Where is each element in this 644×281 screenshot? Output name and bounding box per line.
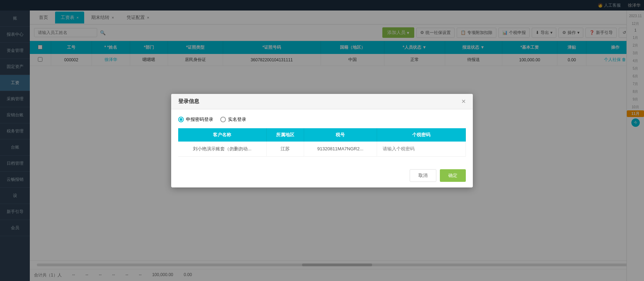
radio-realname-dot bbox=[220, 117, 226, 122]
login-info-dialog: 登录信息 ✕ 申报密码登录 实名登录 客户名称 bbox=[171, 94, 473, 187]
col-client-name: 客户名称 bbox=[178, 128, 266, 142]
radio-realname-label: 实名登录 bbox=[228, 116, 246, 123]
dialog-table-header: 客户名称 所属地区 税号 个税密码 bbox=[178, 128, 466, 142]
password-input-cell[interactable] bbox=[377, 142, 466, 157]
col-tax-password: 个税密码 bbox=[377, 128, 466, 142]
radio-group: 申报密码登录 实名登录 bbox=[178, 116, 466, 123]
dialog-close-button[interactable]: ✕ bbox=[461, 98, 466, 105]
tax-password-input[interactable] bbox=[383, 146, 460, 151]
radio-realname-login[interactable]: 实名登录 bbox=[220, 116, 246, 123]
dialog-table-row: 刘小艳演示账套（勿删勿动... 江苏 91320811MA7NGR2... bbox=[178, 142, 466, 157]
cancel-button[interactable]: 取消 bbox=[410, 169, 436, 182]
dialog-footer: 取消 确定 bbox=[171, 164, 473, 187]
modal-overlay: 登录信息 ✕ 申报密码登录 实名登录 客户名称 bbox=[0, 0, 644, 281]
col-tax-number: 税号 bbox=[304, 128, 377, 142]
dialog-table: 客户名称 所属地区 税号 个税密码 刘小艳演示账套（勿删勿动... 江苏 913… bbox=[178, 128, 466, 157]
dialog-title: 登录信息 bbox=[178, 98, 199, 105]
region-cell: 江苏 bbox=[266, 142, 304, 157]
tax-number-cell: 91320811MA7NGR2... bbox=[304, 142, 377, 157]
radio-password-label: 申报密码登录 bbox=[186, 116, 213, 123]
col-region: 所属地区 bbox=[266, 128, 304, 142]
client-name-cell: 刘小艳演示账套（勿删勿动... bbox=[178, 142, 266, 157]
dialog-body: 申报密码登录 实名登录 客户名称 所属地区 税号 个税密码 bbox=[171, 109, 473, 164]
radio-password-dot bbox=[178, 117, 184, 122]
radio-password-login[interactable]: 申报密码登录 bbox=[178, 116, 213, 123]
confirm-button[interactable]: 确定 bbox=[440, 169, 466, 182]
dialog-header: 登录信息 ✕ bbox=[171, 94, 473, 109]
